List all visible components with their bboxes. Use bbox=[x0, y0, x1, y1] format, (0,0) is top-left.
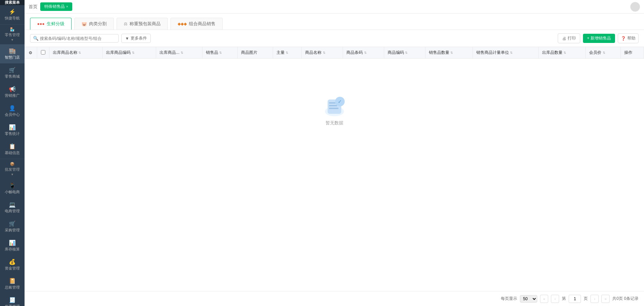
sidebar-item-label: 小畅电商 bbox=[5, 189, 20, 195]
sidebar-item-label: 营销推广 bbox=[5, 93, 20, 98]
sidebar-item-inventory-check[interactable]: 📊 库存核算 bbox=[0, 236, 25, 255]
th-settings[interactable]: ⚙ bbox=[25, 47, 37, 59]
print-label: 打印 bbox=[568, 35, 576, 41]
print-icon: 🖨 bbox=[562, 36, 566, 41]
help-label: 帮助 bbox=[627, 35, 635, 41]
sidebar-item-retail-stats[interactable]: 📊 零售统计 bbox=[0, 121, 25, 140]
th-out-name[interactable]: 出库商品名称 ⇅ bbox=[49, 47, 103, 59]
page-size-label: 每页显示 bbox=[501, 296, 517, 302]
sidebar-item-sales-promo[interactable]: 📢 营销推广 bbox=[0, 82, 25, 102]
sidebar-item-label: 批发管理 bbox=[5, 167, 20, 172]
topbar-right bbox=[630, 2, 640, 12]
basic-info-icon: 📋 bbox=[9, 143, 16, 150]
sidebar-item-label: 快捷导航 bbox=[5, 16, 20, 21]
th-product-img: 商品图片 bbox=[237, 47, 273, 59]
wholesale-mgmt-icon: 📦 bbox=[10, 162, 15, 166]
retail-stats-icon: 📊 bbox=[9, 124, 16, 131]
search-box[interactable]: 🔍 bbox=[30, 34, 119, 43]
page-number-input[interactable] bbox=[569, 295, 581, 303]
chevron-down-icon2: ▼ bbox=[11, 173, 14, 176]
tab-meat-cut-icon: 🐷 bbox=[81, 21, 87, 27]
sidebar-item-basic-info[interactable]: 📋 基础信息 bbox=[0, 140, 25, 159]
pagination: 每页显示 50 10 20 100 « ‹ 第 页 › » 共0页 0条记录 bbox=[25, 291, 644, 306]
sidebar-item-member-center[interactable]: 👤 会员中心 bbox=[0, 102, 25, 121]
sidebar-item-purchase-mgmt[interactable]: 🛒 采购管理 bbox=[0, 217, 25, 236]
sidebar-item-smart-store[interactable]: 🏬 智慧门店 bbox=[0, 44, 25, 63]
new-button[interactable]: + 新增销售品 bbox=[583, 34, 615, 43]
total-info: 共0页 0条记录 bbox=[612, 296, 639, 302]
user-avatar[interactable] bbox=[630, 2, 640, 12]
tab-close-icon[interactable]: × bbox=[66, 5, 68, 9]
filter-button[interactable]: ▼ 更多条件 bbox=[121, 34, 151, 43]
last-page-button[interactable]: » bbox=[601, 295, 610, 303]
search-icon: 🔍 bbox=[33, 36, 39, 41]
sidebar-item-retail-mgmt[interactable]: 🏪 零售管理 ▼ bbox=[0, 24, 25, 44]
sidebar-item-fund-mgmt[interactable]: 💰 资金管理 bbox=[0, 255, 25, 274]
sidebar-item-label: 零售商城 bbox=[5, 74, 20, 79]
sidebar-item-quick-nav[interactable]: ⚡ 快捷导航 bbox=[0, 5, 25, 24]
new-label: + 新增销售品 bbox=[587, 35, 611, 41]
sidebar-item-invoice-mgmt[interactable]: 🧾 发票管理 bbox=[0, 293, 25, 306]
th-product-code[interactable]: 商品编码 ⇅ bbox=[384, 47, 425, 59]
sidebar-item-label: 电商管理 bbox=[5, 209, 20, 214]
breadcrumb-home[interactable]: 首页 bbox=[29, 4, 38, 10]
page-size-select[interactable]: 50 10 20 100 bbox=[520, 295, 537, 303]
empty-mascot-icon: ✓ bbox=[321, 93, 348, 120]
th-sale-qty[interactable]: 销售品数量 ⇅ bbox=[425, 47, 473, 59]
sidebar-item-retail-mall[interactable]: 🛒 零售商城 bbox=[0, 63, 25, 82]
empty-state: ✓ 暂无数据 bbox=[25, 59, 644, 140]
toolbar-right: 🖨 打印 + 新增销售品 ❓ 帮助 bbox=[558, 33, 639, 43]
general-ledger-icon: 📔 bbox=[9, 278, 16, 284]
th-out-qty[interactable]: 出库品数量 ⇅ bbox=[538, 47, 586, 59]
tab-combo-sales-icon: ◆◆◆ bbox=[178, 21, 187, 26]
inventory-check-icon: 📊 bbox=[9, 240, 16, 246]
sort-icon: ⇅ bbox=[132, 51, 135, 55]
th-member-price[interactable]: 会员价 ⇅ bbox=[586, 47, 621, 59]
filter-icon: ▼ bbox=[125, 36, 129, 41]
sidebar-item-label: 采购管理 bbox=[5, 228, 20, 233]
print-button[interactable]: 🖨 打印 bbox=[558, 33, 580, 43]
search-input[interactable] bbox=[40, 36, 115, 41]
select-all-checkbox[interactable] bbox=[41, 50, 45, 55]
help-button[interactable]: ❓ 帮助 bbox=[618, 33, 639, 43]
prev-page-button[interactable]: ‹ bbox=[551, 295, 559, 303]
sidebar-item-general-ledger[interactable]: 📔 总账管理 bbox=[0, 274, 25, 293]
th-sale-item[interactable]: 销售品 ⇅ bbox=[203, 47, 238, 59]
sort-icon: ⇅ bbox=[510, 51, 513, 55]
th-checkbox[interactable] bbox=[37, 47, 49, 59]
page-label: 第 bbox=[562, 296, 566, 302]
tab-meat-cut[interactable]: 🐷 肉类分割 bbox=[74, 18, 114, 30]
table-container: ⚙ 出库商品名称 ⇅ 出库商品编码 ⇅ 出库 bbox=[25, 47, 644, 291]
sidebar-item-wholesale-mgmt[interactable]: 📦 批发管理 ▼ bbox=[0, 159, 25, 179]
main-area: 首页 特殊销售品 × ●●● 生鲜分级 🐷 肉类分割 ⚖ 称重预包装商品 bbox=[25, 0, 644, 306]
sort-icon: ⇅ bbox=[219, 51, 222, 55]
quick-nav-icon: ⚡ bbox=[9, 9, 16, 15]
th-out-code[interactable]: 出库商品编码 ⇅ bbox=[103, 47, 156, 59]
sidebar-item-label: 发票管理 bbox=[5, 304, 20, 306]
sort-icon: ⇅ bbox=[564, 51, 566, 55]
sidebar-item-label: 资金管理 bbox=[5, 266, 20, 271]
tab-combo-sales[interactable]: ◆◆◆ 组合商品销售 bbox=[170, 18, 223, 30]
retail-mall-icon: 🛒 bbox=[9, 67, 16, 73]
data-table: ⚙ 出库商品名称 ⇅ 出库商品编码 ⇅ 出库 bbox=[25, 47, 644, 59]
next-page-button[interactable]: › bbox=[590, 295, 599, 303]
th-out-spec[interactable]: 出库商品... ⇅ bbox=[156, 47, 203, 59]
tab-fresh-grade[interactable]: ●●● 生鲜分级 bbox=[30, 18, 72, 30]
sidebar-item-ecommerce-mgmt[interactable]: 💻 电商管理 bbox=[0, 198, 25, 217]
sidebar-item-label: 智慧门店 bbox=[5, 55, 20, 60]
th-sale-unit[interactable]: 销售商品计量单位 ⇅ bbox=[473, 47, 538, 59]
th-product-barcode[interactable]: 商品条码 ⇅ bbox=[343, 47, 384, 59]
first-page-button[interactable]: « bbox=[540, 295, 548, 303]
sort-icon: ⇅ bbox=[323, 51, 326, 55]
sidebar-logo[interactable]: 搜索菜单 bbox=[0, 0, 25, 5]
th-product-name[interactable]: 商品名称 ⇅ bbox=[302, 47, 343, 59]
sort-icon: ⇅ bbox=[286, 51, 288, 55]
th-main-weight[interactable]: 主量 ⇅ bbox=[273, 47, 302, 59]
sort-icon: ⇅ bbox=[405, 51, 408, 55]
sidebar-item-mini-ecommerce[interactable]: 📱 小畅电商 bbox=[0, 179, 25, 198]
sidebar-item-label: 基础信息 bbox=[5, 150, 20, 155]
svg-rect-3 bbox=[329, 105, 337, 106]
active-tab[interactable]: 特殊销售品 × bbox=[40, 2, 72, 11]
sidebar-item-label: 总账管理 bbox=[5, 285, 20, 290]
tab-weigh-pack[interactable]: ⚖ 称重预包装商品 bbox=[117, 18, 168, 30]
